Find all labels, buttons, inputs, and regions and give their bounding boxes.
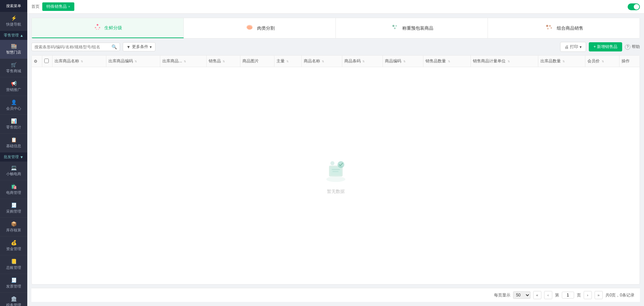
active-tab-label: 特殊销售品	[46, 4, 67, 10]
toolbar: 🔍 ▼ 更多条件 ▾ 🖨 打印 ▾ + 新增销售品 ? 帮助	[31, 42, 640, 52]
sidebar-item-label: 会员中心	[6, 106, 21, 111]
th-goods-name[interactable]: 商品名称 ⇅	[301, 56, 342, 67]
svg-rect-19	[332, 171, 339, 172]
combo-icon	[544, 23, 554, 33]
th-goods-image: 商品图片	[240, 56, 274, 67]
toggle-button[interactable]	[628, 3, 640, 10]
close-tab-icon[interactable]: ×	[68, 5, 70, 9]
sidebar-item-general-ledger[interactable]: 📒 总账管理	[0, 255, 27, 274]
top-right	[628, 3, 640, 10]
sidebar-item-member-center[interactable]: 👤 会员中心	[0, 96, 27, 115]
th-out-goods-name[interactable]: 出库商品名称 ⇅	[52, 56, 106, 67]
page-input[interactable]	[562, 292, 574, 299]
svg-point-17	[330, 161, 334, 165]
svg-rect-18	[332, 169, 340, 170]
data-table: ⚙ 出库商品名称 ⇅ 出库商品编码 ⇅ 出库商品	[32, 56, 640, 67]
sidebar-item-label: 税务管理	[6, 303, 21, 306]
print-button[interactable]: 🖨 打印 ▾	[560, 42, 586, 52]
print-arrow-icon: ▾	[580, 45, 582, 49]
sidebar-item-label: 电商管理	[6, 190, 21, 195]
page-label: 第	[555, 292, 559, 298]
sort-icon: ⇅	[223, 60, 225, 63]
sidebar-item-smart-store[interactable]: 🏬 智慧门店	[0, 40, 27, 59]
general-ledger-icon: 📒	[11, 259, 17, 264]
cat-tab-combo-label: 组合商品销售	[557, 25, 583, 31]
sidebar-item-retail-mgmt[interactable]: 零售管理 ▲	[0, 31, 27, 40]
sidebar-item-tax-mgmt[interactable]: 🏛️ 税务管理	[0, 293, 27, 306]
last-page-button[interactable]: »	[595, 291, 603, 299]
inventory-icon: 📦	[11, 221, 17, 227]
th-goods-code[interactable]: 商品编码 ⇅	[383, 56, 423, 67]
cat-tab-meat-cut[interactable]: 肉类分割	[184, 18, 336, 38]
sidebar-item-mini-ecommerce[interactable]: 💻 小畅电商	[0, 162, 27, 180]
help-button[interactable]: ? 帮助	[625, 44, 640, 50]
sort-icon: ⇅	[403, 60, 406, 63]
smart-store-icon: 🏬	[11, 43, 17, 49]
th-settings[interactable]: ⚙	[32, 56, 42, 67]
sidebar-item-label: 营销推广	[6, 87, 21, 92]
svg-point-9	[546, 25, 548, 27]
th-sale-goods[interactable]: 销售品 ⇅	[206, 56, 240, 67]
retail-stats-icon: 📊	[11, 118, 17, 124]
th-member-price[interactable]: 会员价 ⇅	[585, 56, 619, 67]
sidebar-item-quick-nav[interactable]: ⚡ 快捷导航	[0, 12, 27, 31]
first-page-button[interactable]: «	[533, 291, 541, 299]
th-out-goods-short[interactable]: 出库商品... ⇅	[160, 56, 207, 67]
sort-icon: ⇅	[602, 60, 604, 63]
sidebar-item-label: 基础信息	[6, 143, 21, 149]
sidebar-item-finance[interactable]: 💰 资金管理	[0, 236, 27, 255]
new-sale-item-button[interactable]: + 新增销售品	[589, 42, 622, 51]
svg-point-11	[551, 27, 552, 29]
cat-tab-weight-packed[interactable]: 称重预包装商品	[336, 18, 488, 38]
cat-tab-weight-packed-label: 称重预包装商品	[402, 25, 433, 31]
sidebar-item-label: 库存核算	[6, 228, 21, 233]
sidebar-item-invoice-mgmt[interactable]: 🧾 发票管理	[0, 274, 27, 293]
svg-point-1	[95, 27, 96, 28]
th-sale-qty[interactable]: 销售品数量 ⇅	[423, 56, 471, 67]
sidebar-item-sales-promo[interactable]: 📢 营销推广	[0, 77, 27, 96]
th-goods-barcode[interactable]: 商品条码 ⇅	[342, 56, 383, 67]
wholesale-mgmt-arrow: ▼	[20, 155, 24, 159]
sidebar-item-label: 发票管理	[6, 284, 21, 289]
sidebar-item-purchase-mgmt[interactable]: 🧾 采购管理	[0, 199, 27, 218]
sidebar-item-ecommerce-mgmt[interactable]: 🛍️ 电商管理	[0, 180, 27, 199]
wholesale-mgmt-label: 批发管理	[4, 154, 19, 159]
sidebar-item-basic-info[interactable]: 📋 基础信息	[0, 134, 27, 152]
search-input[interactable]	[34, 45, 110, 49]
next-page-button[interactable]: ›	[584, 291, 592, 299]
sidebar-item-inventory[interactable]: 📦 库存核算	[0, 218, 27, 236]
breadcrumb-home[interactable]: 首页	[31, 4, 40, 10]
total-records: 共0页，0条记录	[605, 292, 634, 298]
th-main-weight[interactable]: 主量 ⇅	[274, 56, 301, 67]
sort-icon: ⇅	[184, 60, 186, 63]
sidebar: 搜索菜单 ⚡ 快捷导航 零售管理 ▲ 🏬 智慧门店 🛒 零售商城 📢 营销推广 …	[0, 0, 27, 306]
page-suffix: 页	[577, 292, 581, 298]
th-operation: 操作	[619, 56, 640, 67]
th-out-qty[interactable]: 出库品数量 ⇅	[538, 56, 585, 67]
sales-promo-icon: 📢	[11, 81, 17, 86]
cat-tab-fresh-grade[interactable]: 生鲜分级	[32, 18, 184, 38]
sort-icon: ⇅	[135, 60, 137, 63]
retail-mgmt-label: 零售管理	[4, 33, 19, 38]
th-checkbox[interactable]	[42, 56, 52, 67]
fresh-grade-icon	[93, 23, 102, 33]
sidebar-item-retail-mall[interactable]: 🛒 零售商城	[0, 59, 27, 77]
finance-icon: 💰	[11, 240, 17, 245]
sidebar-item-wholesale-mgmt[interactable]: 批发管理 ▼	[0, 152, 27, 162]
select-all-checkbox[interactable]	[44, 59, 49, 63]
sidebar-logo[interactable]: 搜索菜单	[0, 0, 27, 12]
cat-tab-combo[interactable]: 组合商品销售	[488, 18, 640, 38]
svg-point-4	[98, 29, 99, 30]
svg-point-6	[392, 25, 394, 27]
main-content: 首页 特殊销售品 ×	[27, 0, 644, 306]
th-sale-unit[interactable]: 销售商品计量单位 ⇅	[471, 56, 538, 67]
search-box[interactable]: 🔍	[31, 43, 120, 51]
per-page-select[interactable]: 50 10 20 100	[513, 291, 530, 299]
sort-icon: ⇅	[322, 60, 324, 63]
active-tab[interactable]: 特殊销售品 ×	[42, 2, 74, 11]
th-out-goods-code[interactable]: 出库商品编码 ⇅	[106, 56, 160, 67]
prev-page-button[interactable]: ‹	[544, 291, 552, 299]
sidebar-item-retail-stats[interactable]: 📊 零售统计	[0, 115, 27, 134]
filter-button[interactable]: ▼ 更多条件 ▾	[123, 42, 155, 51]
print-label: 打印	[570, 44, 578, 50]
